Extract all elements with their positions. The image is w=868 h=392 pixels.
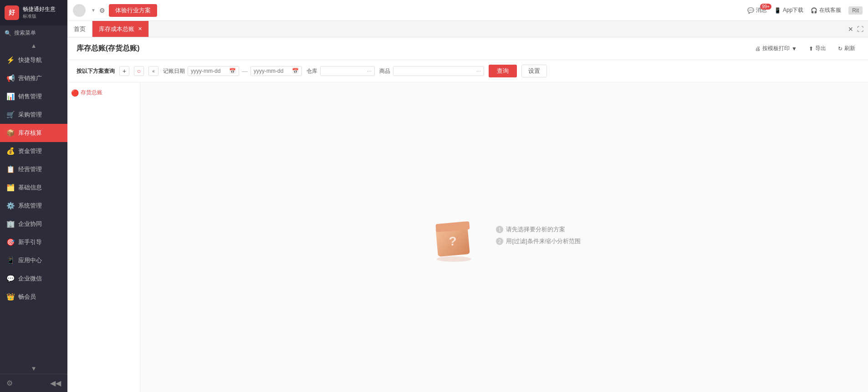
sidebar-item-finance[interactable]: 💰 资金管理 xyxy=(0,142,67,160)
empty-illustration: ? xyxy=(428,210,482,265)
date-field-label: 记账日期 xyxy=(163,67,185,75)
topbar-user-area: ▼ xyxy=(73,4,96,17)
app-name: 畅捷通好生意 xyxy=(23,6,56,13)
scheme-icon: 🔴 xyxy=(71,89,79,97)
filter-add-btn[interactable]: + xyxy=(119,66,129,76)
inventory-icon: 📦 xyxy=(6,129,15,137)
date-filter-group: 记账日期 📅 — 📅 xyxy=(163,66,302,76)
expand-icon[interactable]: ⛶ xyxy=(857,25,863,33)
refresh-icon: ↻ xyxy=(838,46,842,52)
empty-hint-list: 1 请先选择要分析的方案 2 用[过滤]条件来缩小分析范围 xyxy=(496,225,580,245)
date-start-input[interactable] xyxy=(191,68,227,74)
warehouse-field-label: 仓库 xyxy=(306,67,317,75)
app-download-action[interactable]: 📱 App下载 xyxy=(774,6,803,14)
sidebar-item-label: 企业微信 xyxy=(18,275,42,283)
sidebar: 好 畅捷通好生意 标准版 🔍 搜索菜单 ▲ ⚡ 快捷导航 📢 营销推广 📊 销售… xyxy=(0,0,67,392)
sidebar-item-operation[interactable]: 📋 经营管理 xyxy=(0,160,67,178)
logo-text-area: 畅捷通好生意 标准版 xyxy=(23,6,56,20)
sidebar-scroll-up-button[interactable]: ▲ xyxy=(0,41,67,51)
sidebar-item-label: 营销推广 xyxy=(18,74,42,82)
filter-collapse-btn[interactable]: « xyxy=(148,66,158,76)
collapse-sidebar-icon[interactable]: ◀◀ xyxy=(50,379,61,387)
sidebar-item-inventory[interactable]: 📦 库存核算 xyxy=(0,124,67,142)
sidebar-item-wechat[interactable]: 💬 企业微信 xyxy=(0,270,67,288)
filter-label: 按以下方案查询 xyxy=(77,67,115,75)
date-end-input[interactable] xyxy=(254,68,290,74)
online-service-action[interactable]: 🎧 在线客服 xyxy=(811,6,841,14)
sidebar-nav: ⚡ 快捷导航 📢 营销推广 📊 销售管理 🛒 采购管理 📦 库存核算 💰 资金管… xyxy=(0,51,67,363)
wechat-icon: 💬 xyxy=(6,275,15,283)
scheme-panel: 🔴 存货总账 xyxy=(67,82,140,392)
trial-btn[interactable]: 体验行业方案 xyxy=(109,4,157,17)
app-download-label: App下载 xyxy=(783,6,803,14)
marketing-icon: 📢 xyxy=(6,74,15,82)
hint-text-2: 用[过滤]条件来缩小分析范围 xyxy=(506,237,580,245)
sidebar-item-sales[interactable]: 📊 销售管理 xyxy=(0,87,67,106)
sidebar-bottom: ⚙ ◀◀ xyxy=(0,374,67,392)
message-badge: 99+ xyxy=(760,4,771,10)
print-icon: 🖨 xyxy=(755,46,761,52)
tab-inventory-ledger[interactable]: 库存成本总账 ✕ xyxy=(92,21,149,37)
sidebar-item-marketing[interactable]: 📢 营销推广 xyxy=(0,69,67,87)
sidebar-item-enterprise[interactable]: 🏢 企业协同 xyxy=(0,215,67,233)
calendar-start-icon[interactable]: 📅 xyxy=(229,68,236,74)
query-btn[interactable]: 查询 xyxy=(489,65,517,77)
calendar-end-icon[interactable]: 📅 xyxy=(292,68,299,74)
newbie-icon: 🎯 xyxy=(6,238,15,246)
topbar-gear-icon[interactable]: ⚙ xyxy=(99,7,105,14)
filter-remove-btn[interactable]: ○ xyxy=(134,66,144,76)
sidebar-item-appcenter[interactable]: 📱 应用中心 xyxy=(0,251,67,270)
avatar xyxy=(73,4,86,17)
dropdown-icon[interactable]: ▼ xyxy=(91,8,96,13)
finance-icon: 💰 xyxy=(6,147,15,155)
sidebar-item-vip[interactable]: 👑 畅会员 xyxy=(0,288,67,306)
tab-close-icon[interactable]: ✕ xyxy=(138,26,142,32)
page-header: 库存总账(存货总账) 🖨 按模板打印 ▼ ⬆ 导出 ↻ 刷新 xyxy=(67,37,868,60)
setting-btn[interactable]: 设置 xyxy=(521,65,547,77)
sidebar-search-label: 搜索菜单 xyxy=(14,29,36,37)
goods-more-icon[interactable]: ··· xyxy=(476,68,481,74)
hint-item-1: 1 请先选择要分析的方案 xyxy=(496,225,580,234)
sidebar-scroll-down-button[interactable]: ▼ xyxy=(0,363,67,374)
message-action[interactable]: 💬 消息 99+ xyxy=(747,6,767,14)
svg-point-3 xyxy=(437,256,471,262)
hint-num-1: 1 xyxy=(496,226,503,233)
tab-home[interactable]: 首页 xyxy=(67,21,92,37)
sidebar-item-purchase[interactable]: 🛒 采购管理 xyxy=(0,106,67,124)
warehouse-select[interactable]: ··· xyxy=(320,66,375,76)
settings-bottom-icon[interactable]: ⚙ xyxy=(6,379,13,387)
close-panel-icon[interactable]: ✕ xyxy=(848,25,853,33)
sidebar-item-basic[interactable]: 🗂️ 基础信息 xyxy=(0,178,67,197)
scheme-item-inventory-ledger[interactable]: 🔴 存货总账 xyxy=(67,87,140,98)
main-area: ▼ ⚙ 体验行业方案 💬 消息 99+ 📱 App下载 🎧 在线客服 Rit 首… xyxy=(67,0,868,392)
online-service-icon: 🎧 xyxy=(811,7,817,14)
main-content: 🔴 存货总账 xyxy=(67,82,868,392)
filter-bar: 按以下方案查询 + ○ « 记账日期 📅 — 📅 xyxy=(67,60,868,82)
topbar-user-display[interactable]: Rit xyxy=(848,6,863,15)
app-download-icon: 📱 xyxy=(774,7,781,14)
page-header-actions: 🖨 按模板打印 ▼ ⬆ 导出 ↻ 刷新 xyxy=(751,43,859,60)
sidebar-item-system[interactable]: ⚙️ 系统管理 xyxy=(0,197,67,215)
sidebar-item-label: 快捷导航 xyxy=(18,56,42,64)
empty-hints: 1 请先选择要分析的方案 2 用[过滤]条件来缩小分析范围 xyxy=(496,225,580,249)
quicknav-icon: ⚡ xyxy=(6,56,15,64)
sidebar-item-newbie[interactable]: 🎯 新手引导 xyxy=(0,233,67,251)
purchase-icon: 🛒 xyxy=(6,111,15,119)
refresh-btn[interactable]: ↻ 刷新 xyxy=(834,43,859,54)
search-icon: 🔍 xyxy=(5,30,11,36)
scheme-item-label: 存货总账 xyxy=(81,89,102,97)
print-btn[interactable]: 🖨 按模板打印 ▼ xyxy=(751,43,801,54)
sidebar-item-label: 销售管理 xyxy=(18,92,42,101)
hint-item-2: 2 用[过滤]条件来缩小分析范围 xyxy=(496,237,580,245)
sidebar-item-label: 企业协同 xyxy=(18,220,42,228)
sidebar-item-quicknav[interactable]: ⚡ 快捷导航 xyxy=(0,51,67,69)
sidebar-item-label: 经营管理 xyxy=(18,165,42,173)
sidebar-search-item[interactable]: 🔍 搜索菜单 xyxy=(0,25,67,41)
filter-row: 记账日期 📅 — 📅 仓库 ··· xyxy=(163,66,484,76)
goods-select[interactable]: ··· xyxy=(393,66,484,76)
app-badge: 标准版 xyxy=(23,13,56,20)
export-btn[interactable]: ⬆ 导出 xyxy=(805,43,830,54)
sidebar-item-label: 系统管理 xyxy=(18,202,42,210)
sidebar-item-label: 采购管理 xyxy=(18,111,42,119)
warehouse-more-icon[interactable]: ··· xyxy=(367,68,372,74)
